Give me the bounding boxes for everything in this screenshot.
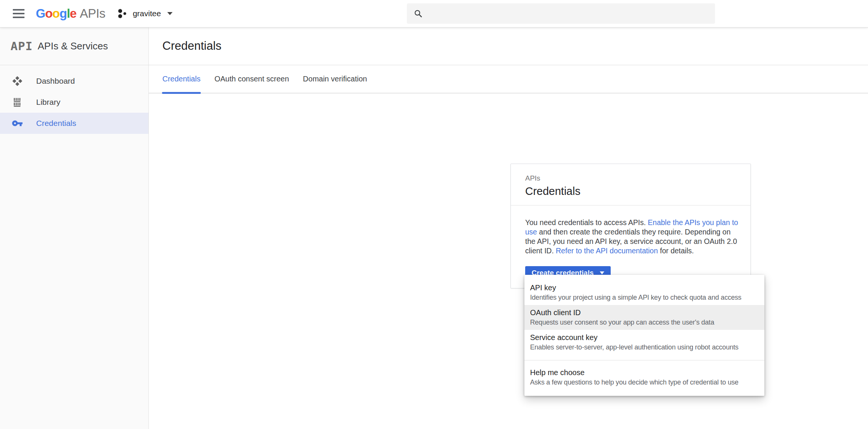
sidebar-item-credentials[interactable]: Credentials <box>0 113 148 134</box>
sidebar-nav: Dashboard Library <box>0 65 148 134</box>
page-header: Credentials <box>149 27 868 65</box>
logo-suffix: APIs <box>80 6 105 21</box>
menu-item-description: Enables server-to-server, app-level auth… <box>530 342 759 352</box>
project-name: gravitee <box>133 9 161 18</box>
menu-item-description: Identifies your project using a simple A… <box>530 293 759 302</box>
menu-item-title: OAuth client ID <box>530 308 759 317</box>
tab-label: OAuth consent screen <box>214 75 289 83</box>
card-description: You need credentials to access APIs. Ena… <box>525 218 739 256</box>
menu-item-description: Requests user consent so your app can ac… <box>530 317 759 327</box>
text-segment: for details. <box>658 247 694 255</box>
search-icon <box>414 9 423 18</box>
menu-item-description: Asks a few questions to help you decide … <box>530 377 759 387</box>
tab-oauth-consent-screen[interactable]: OAuth consent screen <box>214 65 289 93</box>
sidebar-item-label: Dashboard <box>36 77 75 86</box>
project-hexagons-icon <box>116 8 128 19</box>
menu-item-service-account-key[interactable]: Service account key Enables server-to-se… <box>524 330 764 355</box>
card-title: Credentials <box>525 185 736 198</box>
library-icon <box>11 97 23 107</box>
text-segment: You need credentials to access APIs. <box>525 218 648 227</box>
menu-item-title: Help me choose <box>530 368 759 377</box>
project-selector[interactable]: gravitee <box>116 8 173 19</box>
menu-item-oauth-client-id[interactable]: OAuth client ID Requests user consent so… <box>524 305 764 330</box>
sidebar: API APIs & Services Dashboard <box>0 27 149 429</box>
search-bar[interactable] <box>407 3 715 24</box>
search-input[interactable] <box>429 9 708 18</box>
tab-credentials[interactable]: Credentials <box>162 65 200 93</box>
tab-label: Credentials <box>162 75 200 83</box>
page-title: Credentials <box>162 39 222 53</box>
top-bar: Google APIs gravitee <box>0 0 868 27</box>
sidebar-item-library[interactable]: Library <box>0 92 148 113</box>
menu-item-title: Service account key <box>530 332 759 342</box>
card-body: You need credentials to access APIs. Ena… <box>511 205 750 280</box>
tab-domain-verification[interactable]: Domain verification <box>303 65 367 93</box>
menu-divider <box>524 360 764 360</box>
menu-item-api-key[interactable]: API key Identifies your project using a … <box>524 280 764 305</box>
dashboard-icon <box>11 75 23 87</box>
key-icon <box>11 118 23 129</box>
sidebar-item-dashboard[interactable]: Dashboard <box>0 70 148 92</box>
google-logo: Google <box>36 6 76 21</box>
sidebar-title: APIs & Services <box>38 40 108 52</box>
menu-icon[interactable] <box>13 9 24 18</box>
sidebar-header: API APIs & Services <box>0 27 148 65</box>
google-apis-console: Google APIs gravitee API APIs & Services <box>0 0 868 429</box>
chevron-down-icon <box>600 271 604 274</box>
google-apis-logo[interactable]: Google APIs <box>36 6 105 21</box>
create-credentials-menu: API key Identifies your project using a … <box>524 275 764 396</box>
credentials-card: APIs Credentials You need credentials to… <box>510 164 751 288</box>
chevron-down-icon <box>167 12 173 15</box>
card-header: APIs Credentials <box>511 164 750 205</box>
sidebar-item-label: Library <box>36 98 60 107</box>
menu-item-help-me-choose[interactable]: Help me choose Asks a few questions to h… <box>524 365 764 390</box>
sidebar-item-label: Credentials <box>36 119 76 128</box>
tab-label: Domain verification <box>303 75 367 83</box>
menu-item-title: API key <box>530 283 759 293</box>
tab-strip: Credentials OAuth consent screen Domain … <box>149 65 868 93</box>
card-eyebrow: APIs <box>525 174 736 182</box>
api-documentation-link[interactable]: Refer to the API documentation <box>556 247 658 255</box>
api-logo: API <box>11 39 33 53</box>
